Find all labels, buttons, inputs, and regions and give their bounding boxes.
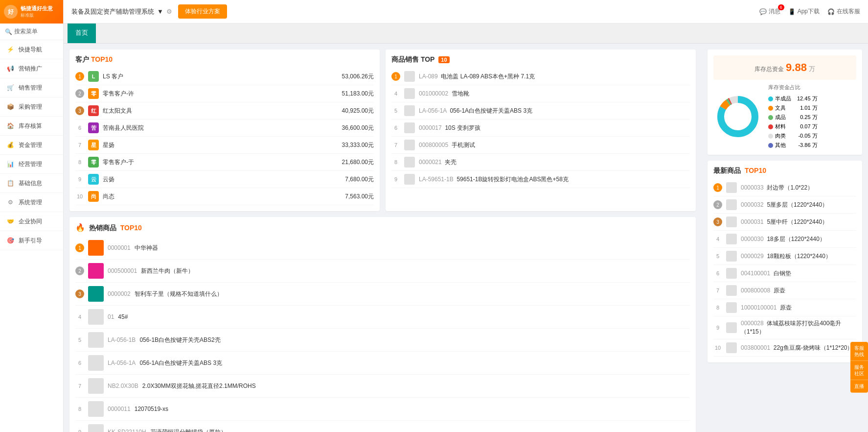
sidebar-item-label: 库存核算	[19, 122, 42, 130]
rank-badge: 苦	[88, 122, 99, 133]
sidebar-item-label: 资金管理	[19, 141, 42, 149]
guide-icon: 🎯	[6, 236, 15, 245]
hot-products-list: 1 0000001 中华神器 2 000500001 新西兰牛肉（新牛） 3	[75, 237, 690, 432]
sidebar-item-system[interactable]: ⚙ 系统管理	[0, 193, 63, 212]
top-row: 客户TOP10 1 L LS 客户 53,006.26元 2 零 零售客户-许	[69, 49, 696, 211]
main-area: 装备及固定资产辅助管理系统 ▼ ⚙ 体验行业方案 💬 消息 6 📱 App下载 …	[64, 0, 868, 432]
rank-num: 8	[75, 405, 84, 413]
product-thumb	[88, 309, 104, 325]
rank-num: 7	[75, 141, 84, 149]
table-row: 8 零 零售客户-于 21,680.00元	[75, 154, 374, 171]
rank-amount: 40,925.00元	[342, 107, 374, 115]
table-row: 7 星 星扬 33,333.00元	[75, 137, 374, 154]
product-info: 003800001 22g鱼豆腐-烧烤味（1*12*20）	[741, 344, 856, 352]
legend-dot	[768, 106, 773, 111]
quick-nav-icon: ⚡	[6, 45, 15, 54]
product-code: 0000011	[108, 406, 131, 412]
nav-tabs: 首页	[64, 24, 868, 44]
product-info: 0000031 5厘中纤（1220*2440）	[741, 218, 856, 226]
product-info: 004100001 白钢垫	[741, 269, 856, 278]
customer-service-btn[interactable]: 客服热线	[850, 342, 868, 361]
customer-top10-card: 客户TOP10 1 L LS 客户 53,006.26元 2 零 零售客户-许	[69, 49, 380, 211]
sidebar-search[interactable]: 🔍 搜索菜单	[0, 24, 63, 40]
sidebar-item-basic-info[interactable]: 📋 基础信息	[0, 174, 63, 193]
rank-num: 4	[391, 89, 400, 98]
tab-home[interactable]: 首页	[68, 24, 96, 43]
product-thumb	[404, 174, 415, 185]
trial-button[interactable]: 体验行业方案	[178, 4, 227, 19]
rank-badge: 零	[88, 157, 99, 168]
table-row: 9 LA-59651-1B 59651-1B旋转投影灯电池盒ABS黑色+58克	[391, 171, 690, 188]
product-thumb	[404, 88, 415, 99]
topbar-actions: 💬 消息 6 📱 App下载 🎧 在线客服	[759, 7, 860, 16]
customer-top10-list: 1 L LS 客户 53,006.26元 2 零 零售客户-许 51,183.0…	[75, 68, 374, 205]
legend-value: 0.07 万	[796, 123, 817, 130]
product-thumb	[404, 140, 415, 150]
rank-name: LA-056-1A 056-1A白色按键开关盖ABS 3克	[419, 107, 690, 115]
app-subtitle: 标准版	[21, 12, 53, 19]
product-info: 10000100001 原壶	[741, 304, 856, 312]
system-name: 装备及固定资产辅助管理系统	[71, 7, 154, 16]
sidebar-header: 好 畅捷通好生意 标准版	[0, 0, 63, 24]
sidebar-item-inventory[interactable]: 🏠 库存核算	[0, 117, 63, 136]
online-service-btn[interactable]: 🎧 在线客服	[827, 7, 860, 16]
rank-badge: 红	[88, 105, 99, 116]
basic-info-icon: 📋	[6, 179, 15, 188]
rank-num: 1	[391, 72, 400, 81]
rank-name: 0000021 夹壳	[419, 158, 690, 167]
hot-products-card: 🔥 热销商品 TOP10 1 0000001 中华神器 2 000500001	[69, 217, 696, 432]
sidebar-item-label: 销售管理	[19, 84, 42, 92]
product-code: 0000001	[108, 244, 131, 251]
sidebar-item-quick-nav[interactable]: ⚡ 快捷导航	[0, 40, 63, 59]
product-info: 0000033 封边带（1.0*22）	[741, 184, 856, 192]
product-code: 01	[108, 313, 114, 320]
rank-num: 3	[75, 289, 84, 298]
product-name: 12070519-xs	[135, 406, 168, 412]
service-community-btn[interactable]: 服务社区	[850, 361, 868, 380]
rank-name: 尚态	[103, 192, 341, 201]
rank-num: 8	[713, 303, 722, 312]
rank-name: 苦南县人民医院	[103, 124, 338, 132]
settings-icon[interactable]: ⚙	[166, 8, 172, 15]
sidebar-item-sales[interactable]: 🛒 销售管理	[0, 78, 63, 97]
live-stream-btn[interactable]: 直播	[850, 380, 868, 393]
app-download-btn[interactable]: 📱 App下载	[788, 7, 820, 16]
product-thumb	[88, 263, 104, 279]
rank-num: 2	[75, 266, 84, 275]
sidebar-item-collab[interactable]: 🤝 企业协同	[0, 212, 63, 231]
legend-item: 成品 0.25 万	[768, 114, 818, 121]
app-name: 畅捷通好生意	[21, 5, 53, 12]
sidebar-item-purchase[interactable]: 📦 采购管理	[0, 97, 63, 117]
product-thumb	[88, 378, 104, 394]
product-thumb	[726, 251, 737, 262]
sidebar-item-finance[interactable]: 💰 资金管理	[0, 136, 63, 155]
sidebar-item-marketing[interactable]: 📢 营销推广	[0, 59, 63, 78]
product-thumb	[726, 234, 737, 244]
operations-icon: 📊	[6, 160, 15, 168]
legend-value: 12.45 万	[793, 95, 818, 102]
list-item: 7 NB2.0X30B 2.0X30MM双搓花轴,搓花直径2.1MM/ROHS	[75, 375, 690, 398]
legend-label: 其他	[775, 142, 786, 149]
product-thumb	[726, 322, 737, 333]
sidebar-item-label: 快捷导航	[19, 46, 42, 54]
sidebar-item-guide[interactable]: 🎯 新手引导	[0, 231, 63, 250]
sidebar-item-operations[interactable]: 📊 经营管理	[0, 155, 63, 174]
fire-icon: 🔥	[75, 223, 85, 232]
topbar: 装备及固定资产辅助管理系统 ▼ ⚙ 体验行业方案 💬 消息 6 📱 App下载 …	[64, 0, 868, 24]
legend-value: -0.05 万	[794, 132, 817, 140]
rank-badge: L	[88, 71, 99, 82]
legend-value: -3.86 万	[794, 142, 817, 149]
legend-value: 1.01 万	[796, 104, 817, 112]
dropdown-icon[interactable]: ▼	[157, 8, 163, 15]
sales-top10-title: 商品销售 TOP 10	[391, 55, 690, 64]
rank-amount: 53,006.26元	[342, 72, 374, 81]
msg-badge: 6	[778, 4, 784, 10]
headset-icon: 🎧	[827, 8, 835, 15]
product-thumb	[726, 268, 737, 279]
product-thumb	[88, 424, 104, 432]
rank-name: 零售客户-许	[103, 90, 338, 98]
new-products-title: 最新商品 TOP10	[713, 167, 856, 175]
table-row: 1 LA-089 电池盖 LA-089 ABS本色+黑种 7.1克	[391, 68, 690, 85]
inventory-icon: 🏠	[6, 121, 15, 130]
message-btn[interactable]: 💬 消息 6	[759, 7, 780, 16]
